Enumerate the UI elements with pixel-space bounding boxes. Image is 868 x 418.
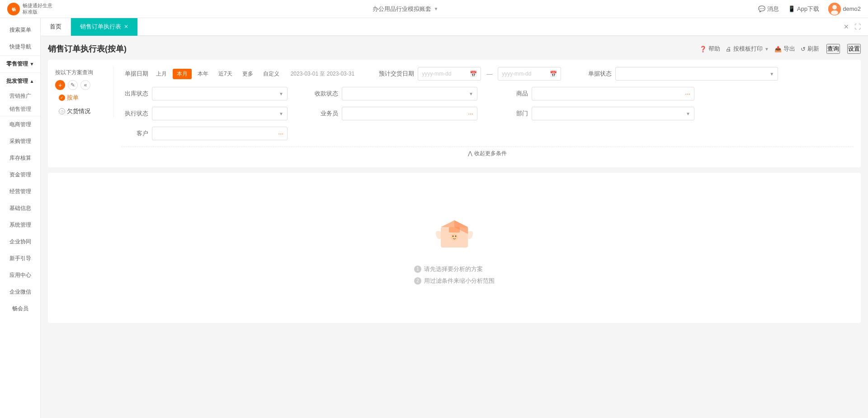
message-label: 消息 (767, 5, 779, 13)
payment-select[interactable]: ▼ (342, 87, 477, 100)
date-tab-this-year[interactable]: 本年 (193, 69, 212, 79)
date-tab-this-month[interactable]: 本月 (173, 69, 192, 79)
sidebar-section-ecommerce: 电商管理 (0, 116, 40, 133)
salesperson-label: 业务员 (311, 109, 338, 118)
scheme-collapse-button[interactable]: « (80, 80, 90, 90)
template-print-button[interactable]: 🖨 按模板打印 ▼ (726, 45, 769, 53)
help-button[interactable]: ❓ 帮助 (699, 45, 720, 53)
sidebar-item-basic[interactable]: 基础信息 (0, 200, 40, 217)
sidebar-item-quick-nav[interactable]: 快捷导航 (0, 38, 40, 55)
sidebar-item-marketing[interactable]: 营销推广 (0, 90, 40, 103)
close-window-icon[interactable]: ✕ (844, 23, 849, 30)
expected-date-end[interactable]: yyyy-mm-dd 📅 (498, 67, 561, 81)
calendar-end-icon: 📅 (550, 71, 557, 77)
sidebar-item-purchase[interactable]: 采购管理 (0, 133, 40, 150)
dept-select[interactable]: ▼ (532, 107, 694, 120)
scheme-item-overdue[interactable]: ◷ 欠货情况 (55, 105, 108, 117)
scheme-section: 按以下方案查询 + ✎ « ✓ 按单 ◷ 欠货情况 (55, 67, 854, 160)
sidebar-item-search[interactable]: 搜索菜单 (0, 22, 40, 38)
logo-text: 畅捷通好生意 标准版 (23, 3, 52, 14)
query-button[interactable]: 查询 (826, 44, 840, 54)
collapse-icon: ⋀ (468, 150, 472, 157)
sidebar-item-ecommerce[interactable]: 电商管理 (0, 116, 40, 133)
status-label: 单据状态 (585, 70, 612, 78)
message-icon: 💬 (758, 5, 765, 12)
scheme-clock-icon: ◷ (59, 108, 65, 114)
filter-row-4: 客户 ··· (121, 127, 854, 140)
salesperson-dots-icon[interactable]: ··· (468, 110, 473, 117)
refresh-icon: ↺ (801, 46, 806, 52)
customer-select[interactable]: ··· (152, 127, 288, 140)
dept-label: 部门 (501, 109, 528, 118)
filter-row-1: 单据日期 上月 本月 本年 近7天 更多 自定义 2023-03-01 至 20… (121, 67, 854, 81)
sidebar-item-apps[interactable]: 应用中心 (0, 267, 40, 284)
user-name: demo2 (843, 5, 861, 12)
customer-dots-icon[interactable]: ··· (278, 130, 283, 137)
tab-bar: 首页 销售订单执行表 ✕ ✕ ⛶ (41, 18, 868, 36)
print-icon: 🖨 (726, 46, 731, 52)
maximize-window-icon[interactable]: ⛶ (854, 23, 861, 30)
export-button[interactable]: 📤 导出 (774, 45, 795, 53)
sidebar-item-wholesale[interactable]: 批发管理 ▲ (0, 73, 40, 90)
expected-date-end-placeholder: yyyy-mm-dd (502, 71, 531, 77)
filter-group-date: 单据日期 上月 本月 本年 近7天 更多 自定义 2023-03-01 至 20… (121, 69, 354, 79)
print-dropdown-icon[interactable]: ▼ (764, 47, 769, 52)
date-tab-more[interactable]: 更多 (238, 69, 257, 79)
date-tab-custom[interactable]: 自定义 (259, 69, 283, 79)
scheme-overdue-label: 欠货情况 (67, 107, 90, 115)
sidebar-item-sales[interactable]: 销售管理 (0, 103, 40, 116)
sidebar-item-system[interactable]: 系统管理 (0, 217, 40, 233)
tab-sales-order[interactable]: 销售订单执行表 ✕ (71, 18, 138, 36)
scheme-by-order-label: 按单 (67, 94, 79, 102)
expected-date-start[interactable]: yyyy-mm-dd 📅 (418, 67, 481, 81)
app-download-button[interactable]: 📱 App下载 (788, 5, 819, 13)
date-label: 单据日期 (121, 70, 148, 78)
scheme-add-button[interactable]: + (55, 80, 65, 90)
product-dots-icon[interactable]: ··· (685, 90, 690, 97)
empty-tip-1-text: 请先选择要分析的方案 (424, 263, 483, 275)
sidebar-item-retail[interactable]: 零售管理 ▼ (0, 56, 40, 72)
sidebar-item-wechat[interactable]: 企业微信 (0, 284, 40, 300)
sidebar-item-operations[interactable]: 经营管理 (0, 183, 40, 200)
empty-illustration (432, 209, 477, 254)
tab-home[interactable]: 首页 (41, 18, 71, 36)
scheme-item-by-order[interactable]: ✓ 按单 (55, 92, 108, 104)
refresh-button[interactable]: ↺ 刷新 (801, 45, 819, 53)
empty-tip-1: 1 请先选择要分析的方案 (414, 263, 495, 275)
header-right-actions: ❓ 帮助 🖨 按模板打印 ▼ 📤 导出 ↺ (699, 44, 861, 54)
product-select[interactable]: ··· (532, 87, 694, 100)
sidebar-item-finance[interactable]: 资金管理 (0, 166, 40, 183)
delivery-select[interactable]: ▼ (152, 87, 288, 100)
export-icon: 📤 (774, 46, 782, 52)
status-select[interactable]: ▼ (615, 67, 778, 81)
filter-group-status: 单据状态 ▼ (585, 67, 854, 81)
tab-close-icon[interactable]: ✕ (124, 24, 128, 30)
date-tab-last-month[interactable]: 上月 (152, 69, 171, 79)
settings-button[interactable]: 设置 (847, 44, 861, 54)
date-tab-7days[interactable]: 近7天 (214, 69, 236, 79)
sidebar-item-newbie[interactable]: 新手引导 (0, 250, 40, 267)
sidebar-section-retail: 零售管理 ▼ (0, 55, 40, 72)
payment-dropdown-icon: ▼ (469, 91, 473, 96)
collapse-bar[interactable]: ⋀ 收起更多条件 (121, 147, 854, 160)
status-dropdown-icon: ▼ (769, 71, 774, 76)
scheme-edit-button[interactable]: ✎ (68, 80, 78, 90)
expected-date-start-placeholder: yyyy-mm-dd (422, 71, 451, 77)
svg-point-3 (832, 5, 837, 10)
industry-dropdown-icon[interactable]: ▼ (434, 6, 439, 11)
template-print-label: 按模板打印 (733, 45, 763, 53)
scheme-title: 按以下方案查询 (55, 69, 108, 76)
delivery-dropdown-icon: ▼ (279, 91, 283, 96)
salesperson-select[interactable]: ··· (342, 107, 477, 120)
scheme-label: 按以下方案查询 + ✎ « ✓ 按单 ◷ 欠货情况 (55, 67, 114, 117)
user-profile[interactable]: demo2 (828, 3, 861, 15)
sidebar-item-enterprise[interactable]: 企业协同 (0, 233, 40, 250)
exec-status-select[interactable]: ▼ (152, 107, 288, 120)
customer-label: 客户 (121, 129, 148, 138)
help-icon: ❓ (699, 46, 707, 52)
sidebar-item-inventory[interactable]: 库存核算 (0, 150, 40, 166)
sidebar-item-member[interactable]: 畅会员 (0, 300, 40, 317)
product-label: 商品 (501, 90, 528, 98)
filter-group-expected-date: 预计交货日期 yyyy-mm-dd 📅 — yyyy-mm-dd 📅 (378, 67, 561, 81)
message-button[interactable]: 💬 消息 (758, 5, 779, 13)
